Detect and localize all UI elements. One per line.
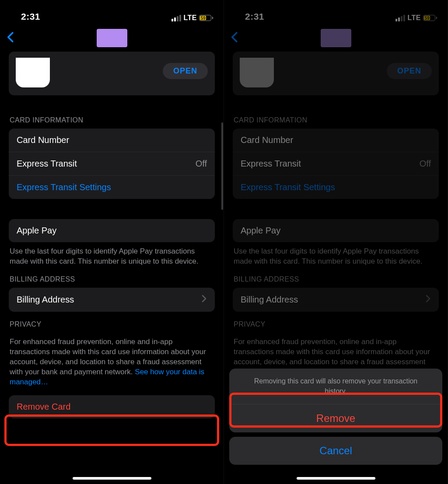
issuer-app-icon bbox=[16, 58, 50, 87]
express-transit-row[interactable]: Express Transit Off bbox=[9, 152, 215, 175]
action-sheet-remove[interactable]: Remove bbox=[229, 404, 442, 432]
apple-pay-label: Apple Pay bbox=[17, 226, 56, 236]
card-info-header: CARD INFORMATION bbox=[9, 108, 215, 129]
billing-address-row[interactable]: Billing Address bbox=[9, 288, 215, 312]
signal-icon bbox=[172, 15, 181, 21]
privacy-header: PRIVACY bbox=[9, 312, 215, 333]
apple-pay-group: Apple Pay bbox=[233, 219, 439, 242]
apple-pay-group: Apple Pay bbox=[9, 219, 215, 242]
card-number-row[interactable]: Card Number bbox=[9, 129, 215, 152]
billing-address-label: Billing Address bbox=[17, 295, 74, 305]
apple-pay-footer: Use the last four digits to identify App… bbox=[9, 242, 215, 267]
express-transit-value: Off bbox=[196, 159, 207, 169]
status-time: 2:31 bbox=[245, 11, 264, 22]
billing-header: BILLING ADDRESS bbox=[233, 267, 439, 288]
issuer-app-card: OPEN bbox=[233, 52, 439, 95]
chevron-right-icon bbox=[201, 294, 207, 305]
network-label: LTE bbox=[407, 14, 421, 22]
billing-header: BILLING ADDRESS bbox=[9, 267, 215, 288]
open-button[interactable]: OPEN bbox=[387, 63, 432, 79]
battery-level: 59 bbox=[200, 16, 206, 20]
issuer-app-icon bbox=[240, 58, 274, 87]
action-sheet-cancel[interactable]: Cancel bbox=[229, 437, 442, 465]
home-indicator[interactable] bbox=[73, 477, 151, 480]
nav-bar bbox=[224, 24, 448, 52]
nav-title-placeholder bbox=[97, 29, 127, 47]
card-number-label: Card Number bbox=[241, 135, 293, 145]
express-transit-label: Express Transit bbox=[17, 159, 77, 169]
back-button[interactable] bbox=[4, 31, 18, 44]
card-info-group: Card Number Express Transit Off Express … bbox=[9, 129, 215, 199]
apple-pay-label: Apple Pay bbox=[241, 226, 280, 236]
battery-icon: 59 bbox=[423, 15, 437, 21]
action-sheet: Removing this card will also remove your… bbox=[229, 369, 442, 465]
privacy-footer: For enhanced fraud prevention, online an… bbox=[9, 333, 215, 387]
content: OPEN CARD INFORMATION Card Number Expres… bbox=[224, 52, 448, 418]
signal-icon bbox=[396, 15, 405, 21]
remove-card-label: Remove Card bbox=[17, 402, 70, 412]
action-sheet-message: Removing this card will also remove your… bbox=[229, 369, 442, 404]
network-label: LTE bbox=[183, 14, 197, 22]
battery-icon: 59 bbox=[199, 15, 213, 21]
billing-address-label: Billing Address bbox=[241, 295, 298, 305]
home-indicator[interactable] bbox=[297, 477, 375, 480]
back-button[interactable] bbox=[228, 31, 242, 44]
status-right: LTE 59 bbox=[396, 14, 437, 22]
apple-pay-footer: Use the last four digits to identify App… bbox=[233, 242, 439, 267]
screenshot-left: 2:31 LTE 59 OPEN CARD INFORMATION Card N… bbox=[0, 0, 224, 484]
express-transit-settings-row[interactable]: Express Transit Settings bbox=[233, 175, 439, 199]
open-button[interactable]: OPEN bbox=[163, 63, 208, 79]
card-info-group: Card Number Express Transit Off Express … bbox=[233, 129, 439, 199]
privacy-header: PRIVACY bbox=[233, 312, 439, 333]
nav-title-placeholder bbox=[321, 29, 351, 47]
billing-address-row[interactable]: Billing Address bbox=[233, 288, 439, 312]
express-transit-settings-row[interactable]: Express Transit Settings bbox=[9, 175, 215, 199]
billing-group: Billing Address bbox=[9, 288, 215, 312]
apple-pay-row[interactable]: Apple Pay bbox=[9, 219, 215, 242]
card-info-header: CARD INFORMATION bbox=[233, 108, 439, 129]
apple-pay-row[interactable]: Apple Pay bbox=[233, 219, 439, 242]
express-transit-row[interactable]: Express Transit Off bbox=[233, 152, 439, 175]
express-transit-settings-label: Express Transit Settings bbox=[17, 182, 111, 192]
card-number-row[interactable]: Card Number bbox=[233, 129, 439, 152]
chevron-right-icon bbox=[425, 294, 431, 305]
express-transit-settings-label: Express Transit Settings bbox=[241, 182, 335, 192]
billing-group: Billing Address bbox=[233, 288, 439, 312]
status-right: LTE 59 bbox=[172, 14, 213, 22]
status-time: 2:31 bbox=[21, 11, 40, 22]
annotation-highlight bbox=[4, 414, 219, 446]
nav-bar bbox=[0, 24, 224, 52]
status-bar: 2:31 LTE 59 bbox=[0, 0, 224, 24]
scrollbar[interactable] bbox=[221, 122, 223, 210]
battery-level: 59 bbox=[424, 16, 430, 20]
card-number-label: Card Number bbox=[17, 135, 69, 145]
remove-card-group: Remove Card bbox=[9, 395, 215, 418]
express-transit-value: Off bbox=[420, 159, 431, 169]
status-bar: 2:31 LTE 59 bbox=[224, 0, 448, 24]
remove-card-row[interactable]: Remove Card bbox=[9, 395, 215, 418]
express-transit-label: Express Transit bbox=[241, 159, 301, 169]
action-sheet-group: Removing this card will also remove your… bbox=[229, 369, 442, 432]
issuer-app-card: OPEN bbox=[9, 52, 215, 95]
screenshot-right: 2:31 LTE 59 OPEN CARD INFORMATION Card N… bbox=[224, 0, 448, 484]
content: OPEN CARD INFORMATION Card Number Expres… bbox=[0, 52, 224, 418]
